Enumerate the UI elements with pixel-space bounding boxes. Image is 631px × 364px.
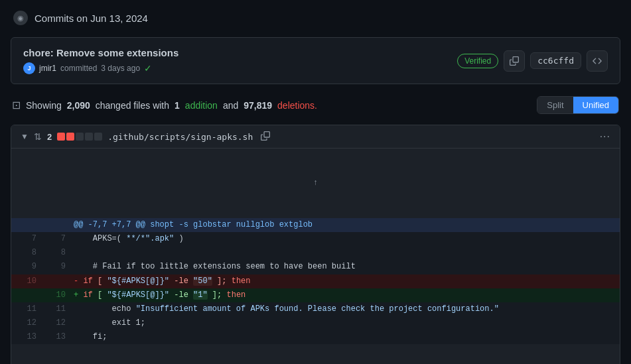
new-line-num: 7 — [40, 232, 70, 246]
line-code: # Fail if too little extensions seem to … — [70, 260, 620, 274]
line-code: + if [ "${#APKS[@]}" -le "1" ]; then — [70, 288, 620, 302]
line-code: echo "Insufficient amount of APKs found.… — [70, 302, 620, 316]
commit-title: chore: Remove some extensions — [23, 47, 178, 58]
new-line-num: 10 — [40, 288, 70, 302]
line-code: APKS=( **/*".apk" ) — [70, 232, 620, 246]
expand-up-button[interactable]: ↑ — [11, 174, 620, 192]
new-line-num: 11 — [40, 302, 70, 316]
changed-count: 2,090 — [67, 100, 90, 111]
table-row: 11 11 echo "Insufficient amount of APKs … — [11, 302, 620, 316]
copy-filename-button[interactable] — [261, 131, 270, 143]
old-line-num: 11 — [11, 302, 40, 316]
hunk-header-row: @@ -7,7 +7,7 @@ shopt -s globstar nullgl… — [11, 218, 620, 232]
change-box-5 — [94, 133, 102, 141]
old-line-num — [11, 288, 40, 302]
diff-container: ▼ ⇅ 2 .github/scripts/sign-apks.sh ··· — [11, 125, 620, 364]
change-boxes — [57, 133, 102, 141]
change-box-4 — [85, 133, 93, 141]
deletion-count: 97,819 — [244, 100, 272, 111]
old-line-num: 7 — [11, 232, 40, 246]
unified-view-button[interactable]: Unified — [573, 97, 618, 113]
old-line-num: 9 — [11, 260, 40, 274]
collapse-icon[interactable]: ▼ — [21, 132, 29, 141]
split-view-button[interactable]: Split — [537, 97, 573, 113]
view-toggle: Split Unified — [537, 96, 619, 114]
browse-repo-button[interactable] — [587, 50, 608, 72]
new-line-num: 12 — [40, 316, 70, 330]
files-summary-bar: ⊡ Showing 2,090 changed files with 1 add… — [11, 96, 620, 114]
diff-file-header: ▼ ⇅ 2 .github/scripts/sign-apks.sh ··· — [11, 125, 620, 149]
commit-author[interactable]: jmir1 — [39, 64, 56, 73]
files-summary: ⊡ Showing 2,090 changed files with 1 add… — [12, 99, 317, 111]
table-row: 10 - if [ "${#APKS[@]}" -le "50" ]; then — [11, 274, 620, 288]
commit-time: 3 days ago — [101, 64, 140, 73]
line-code: fi; — [70, 330, 620, 344]
new-line-num: 8 — [40, 246, 70, 260]
old-line-num: 10 — [11, 274, 40, 288]
hunk-header-code: @@ -7,7 +7,7 @@ shopt -s globstar nullgl… — [70, 218, 620, 232]
addition-count: 1 — [175, 100, 180, 111]
deletion-label: deletions. — [277, 100, 317, 111]
diff-file-right: ··· — [600, 131, 610, 143]
diff-table: ↑ @@ -7,7 +7,7 @@ shopt -s globstar null… — [11, 149, 620, 364]
addition-label: addition — [185, 100, 218, 111]
diff-filename[interactable]: .github/scripts/sign-apks.sh — [107, 132, 253, 142]
table-row: 10 + if [ "${#APKS[@]}" -le "1" ]; then — [11, 288, 620, 302]
commit-card: chore: Remove some extensions J jmir1 co… — [11, 37, 620, 84]
table-row: 7 7 APKS=( **/*".apk" ) — [11, 232, 620, 246]
table-row: 8 8 — [11, 246, 620, 260]
more-options-button[interactable]: ··· — [600, 131, 610, 143]
diff-arrows-icon: ⇅ — [34, 131, 42, 142]
expand-row-top[interactable]: ↑ — [11, 149, 620, 218]
table-row: 9 9 # Fail if too little extensions seem… — [11, 260, 620, 274]
changed-label: changed files with — [96, 100, 169, 111]
page-title: Commits on Jun 13, 2024 — [35, 13, 148, 24]
change-box-2 — [66, 133, 74, 141]
commit-meta: J jmir1 committed 3 days ago ✓ — [23, 62, 178, 74]
new-line-num — [40, 274, 70, 288]
copy-icon — [510, 56, 519, 66]
change-box-3 — [76, 133, 84, 141]
line-code: exit 1; — [70, 316, 620, 330]
commit-info: chore: Remove some extensions J jmir1 co… — [23, 47, 178, 74]
line-code — [70, 246, 620, 260]
table-row: 12 12 exit 1; — [11, 316, 620, 330]
new-line-num: 9 — [40, 260, 70, 274]
commit-hash[interactable]: cc6cffd — [530, 52, 581, 69]
line-code: - if [ "${#APKS[@]}" -le "50" ]; then — [70, 274, 620, 288]
change-count: 2 — [47, 132, 52, 142]
verified-check-icon: ✓ — [144, 63, 152, 74]
hunk-old-num — [11, 218, 40, 232]
change-box-1 — [57, 133, 65, 141]
diff-file-left: ▼ ⇅ 2 .github/scripts/sign-apks.sh — [21, 131, 270, 143]
showing-label: Showing — [26, 100, 62, 111]
page-header: ◉ Commits on Jun 13, 2024 — [11, 11, 620, 25]
commit-action: committed — [60, 64, 97, 73]
expand-up-icon: ↑ — [313, 177, 318, 190]
hunk-new-num — [40, 218, 70, 232]
table-row: 13 13 fi; — [11, 330, 620, 344]
verified-badge: Verified — [457, 54, 498, 68]
expand-row-bottom[interactable]: ↓ — [11, 344, 620, 364]
files-icon: ⊡ — [12, 99, 21, 111]
commit-actions: Verified cc6cffd — [457, 50, 608, 72]
code-icon — [593, 56, 602, 66]
old-line-num: 12 — [11, 316, 40, 330]
avatar: J — [23, 62, 35, 74]
new-line-num: 13 — [40, 330, 70, 344]
nav-icon[interactable]: ◉ — [13, 11, 28, 25]
old-line-num: 13 — [11, 330, 40, 344]
old-line-num: 8 — [11, 246, 40, 260]
copy-sha-button[interactable] — [504, 50, 525, 72]
and-label: and — [223, 100, 238, 111]
